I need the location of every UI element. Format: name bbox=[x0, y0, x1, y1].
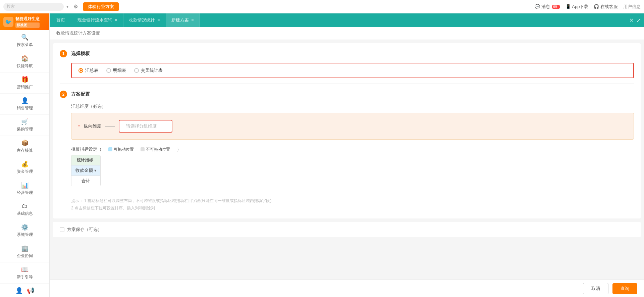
metrics-table-header: 统计指标 bbox=[71, 155, 100, 165]
tab-new-plan-close[interactable]: ✕ bbox=[191, 18, 194, 22]
metrics-row[interactable]: 收款金额 ▾ bbox=[71, 165, 100, 176]
app-download[interactable]: 📱 App下载 bbox=[566, 4, 588, 10]
tab-new-plan[interactable]: 新建方案 ✕ bbox=[166, 13, 200, 27]
tab-bar: 首页 现金银行流水查询 ✕ 收款情况统计 ✕ 新建方案 ✕ ✕ ⤢ bbox=[50, 13, 644, 27]
sidebar-item-sys-manage[interactable]: ⚙️ 系统管理 bbox=[0, 220, 49, 241]
dimension-area: * 纵向维度 —— 请选择分组维度 bbox=[71, 113, 634, 140]
sidebar-item-sales[interactable]: 👤 销售管理 bbox=[0, 94, 49, 115]
metrics-chevron-icon[interactable]: ▾ bbox=[94, 168, 96, 173]
sidebar-item-label: 经营管理 bbox=[17, 190, 33, 196]
radio-summary-label: 汇总表 bbox=[85, 67, 98, 73]
sales-icon: 👤 bbox=[21, 97, 29, 104]
sidebar-item-quick-nav[interactable]: 🏠 快捷导航 bbox=[0, 51, 49, 72]
top-bar: 搜索 ▾ ⚙ 体验行业方案 💬 消息 99+ 📱 App下载 🎧 在线客服 用户… bbox=[0, 0, 644, 13]
radio-cross[interactable]: 交叉统计表 bbox=[134, 67, 163, 73]
messages-area[interactable]: 💬 消息 99+ bbox=[535, 4, 560, 10]
trial-button[interactable]: 体验行业方案 bbox=[83, 2, 119, 11]
search-menu-icon: 🔍 bbox=[21, 34, 29, 41]
base-info-icon: 🗂 bbox=[22, 203, 28, 210]
cancel-button[interactable]: 取消 bbox=[583, 283, 608, 294]
page-header: 收款情况统计方案设置 bbox=[50, 27, 644, 40]
sidebar-item-label: 系统管理 bbox=[17, 232, 33, 238]
dim-arrow: —— bbox=[105, 123, 115, 129]
radio-summary[interactable]: 汇总表 bbox=[78, 67, 98, 73]
tab-collection-stat-close[interactable]: ✕ bbox=[157, 18, 160, 22]
sidebar-item-label: 企业协同 bbox=[17, 253, 33, 259]
quick-nav-icon: 🏠 bbox=[21, 55, 29, 62]
step2-indicator: 2 方案配置 bbox=[60, 91, 634, 98]
sidebar-item-base-info[interactable]: 🗂 基础信息 bbox=[0, 199, 49, 220]
dimension-section: 汇总维度（必选） * 纵向维度 —— 请选择分组维度 bbox=[71, 103, 634, 140]
save-label: 方案保存（可选） bbox=[67, 227, 102, 233]
tab-bank-flow[interactable]: 现金银行流水查询 ✕ bbox=[72, 13, 123, 27]
step1-label: 选择模板 bbox=[71, 51, 90, 57]
query-button[interactable]: 查询 bbox=[612, 283, 637, 294]
finance-icon: 💰 bbox=[21, 160, 29, 168]
tab-bank-flow-close[interactable]: ✕ bbox=[114, 18, 118, 22]
sidebar-item-operations[interactable]: 📊 经营管理 bbox=[0, 178, 49, 199]
sidebar-item-enterprise[interactable]: 🏢 企业协同 bbox=[0, 241, 49, 262]
marketing-icon: 🎁 bbox=[21, 76, 29, 83]
search-bar[interactable]: 搜索 bbox=[3, 3, 64, 11]
sidebar-item-label: 销售管理 bbox=[17, 105, 33, 111]
tab-collection-stat-label: 收款情况统计 bbox=[129, 17, 155, 23]
metrics-table: 统计指标 收款金额 ▾ 合计 bbox=[71, 155, 101, 186]
sidebar-item-label: 资金管理 bbox=[17, 169, 33, 175]
fixed-label: 不可拖动位置 bbox=[146, 147, 170, 152]
tab-home[interactable]: 首页 bbox=[50, 13, 72, 27]
divider1 bbox=[60, 84, 634, 84]
tab-close-all[interactable]: ✕ bbox=[629, 17, 634, 23]
tab-maximize[interactable]: ⤢ bbox=[636, 17, 641, 23]
radio-detail[interactable]: 明细表 bbox=[106, 67, 126, 73]
tab-new-plan-label: 新建方案 bbox=[171, 17, 189, 23]
sidebar-item-search-menu[interactable]: 🔍 搜索菜单 bbox=[0, 30, 49, 51]
dimension-title: 汇总维度（必选） bbox=[71, 103, 634, 109]
step2-label: 方案配置 bbox=[71, 91, 90, 97]
sidebar-items: 🔍 搜索菜单 🏠 快捷导航 🎁 营销推广 👤 销售管理 🛒 采购管理 📦 bbox=[0, 30, 49, 284]
sidebar-item-finance[interactable]: 💰 资金管理 bbox=[0, 157, 49, 178]
save-checkbox[interactable] bbox=[60, 227, 64, 232]
required-mark: * bbox=[78, 124, 80, 129]
radio-cross-dot[interactable] bbox=[134, 68, 139, 73]
step2-num: 2 bbox=[60, 91, 67, 98]
sidebar-item-newbie[interactable]: 📖 新手引导 bbox=[0, 262, 49, 284]
operations-icon: 📊 bbox=[21, 182, 29, 189]
fixed-dot bbox=[141, 147, 145, 151]
sidebar-bottom-icon1[interactable]: 👤 bbox=[15, 287, 23, 294]
sidebar-item-label: 搜索菜单 bbox=[17, 42, 33, 48]
config-section: 2 方案配置 汇总维度（必选） * 纵向维度 —— 请选择分组维度 bbox=[60, 91, 634, 212]
footer-bar: 取消 查询 bbox=[50, 280, 644, 297]
metrics-title-start: 模板指标设定（ bbox=[71, 146, 102, 152]
sidebar-item-label: 基础信息 bbox=[17, 211, 33, 216]
enterprise-icon: 🏢 bbox=[21, 245, 29, 252]
inventory-icon: 📦 bbox=[21, 139, 29, 147]
legend-movable: 可拖动位置 bbox=[108, 147, 134, 152]
newbie-icon: 📖 bbox=[21, 266, 29, 273]
purchase-icon: 🛒 bbox=[21, 118, 29, 126]
online-service[interactable]: 🎧 在线客服 bbox=[594, 4, 618, 10]
user-info[interactable]: 用户信息 bbox=[623, 4, 641, 10]
sidebar-item-marketing[interactable]: 🎁 营销推广 bbox=[0, 72, 49, 94]
radio-detail-dot[interactable] bbox=[106, 68, 111, 73]
dimension-select[interactable]: 请选择分组维度 bbox=[119, 120, 172, 133]
expand-icon[interactable]: ▾ bbox=[66, 4, 68, 9]
sidebar-item-inventory[interactable]: 📦 库存核算 bbox=[0, 136, 49, 157]
movable-dot bbox=[108, 147, 112, 151]
sidebar-item-purchase[interactable]: 🛒 采购管理 bbox=[0, 115, 49, 136]
settings-icon[interactable]: ⚙ bbox=[71, 2, 80, 11]
save-section: 方案保存（可选） bbox=[53, 222, 641, 237]
sidebar-logo: 🐦 畅捷通好生意 标准版 bbox=[0, 13, 49, 30]
tab-collection-stat[interactable]: 收款情况统计 ✕ bbox=[123, 13, 166, 27]
page-header-text: 收款情况统计方案设置 bbox=[56, 31, 100, 36]
tab-bank-flow-label: 现金银行流水查询 bbox=[77, 17, 112, 23]
form-section: 1 选择模板 汇总表 明细表 bbox=[53, 43, 641, 218]
template-section: 汇总表 明细表 交叉统计表 bbox=[71, 63, 634, 78]
search-text: 搜索 bbox=[7, 4, 15, 9]
radio-summary-dot[interactable] bbox=[78, 68, 83, 73]
tips-section: 提示： 1.拖动标题栏可以调整布局，不可跨维度或指标区域拖动栏目字段(只能在同一… bbox=[71, 197, 634, 212]
sidebar-bottom: 👤 📢 bbox=[0, 284, 49, 297]
step1-num: 1 bbox=[60, 50, 67, 57]
sidebar-item-label: 采购管理 bbox=[17, 127, 33, 132]
radio-detail-label: 明细表 bbox=[113, 67, 126, 73]
sidebar-bottom-icon2[interactable]: 📢 bbox=[27, 287, 34, 294]
